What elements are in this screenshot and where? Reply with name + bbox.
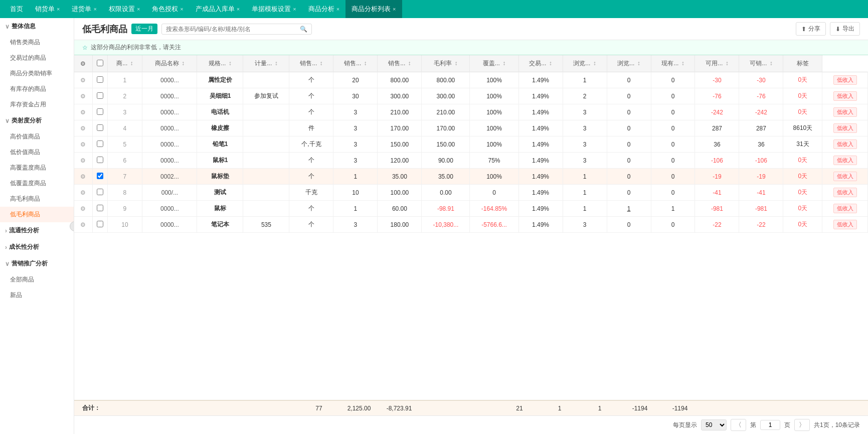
cell-checkbox[interactable] (92, 88, 107, 104)
cell-trade: 3 (563, 153, 607, 169)
cell-current-stock: 36 (695, 136, 739, 153)
col-settings[interactable]: ⚙ (74, 55, 92, 72)
search-icon[interactable]: 🔍 (300, 26, 307, 33)
time-tag-btn[interactable]: 近一月 (131, 24, 157, 34)
nav-purchase[interactable]: 进货单 × (66, 0, 102, 18)
nav-close-permissions[interactable]: × (137, 6, 140, 12)
nav-close-roles[interactable]: × (180, 6, 183, 12)
row-checkbox[interactable] (97, 205, 103, 211)
cell-code: 0002... (142, 169, 197, 185)
export-button[interactable]: ⬇ 导出 (830, 22, 860, 36)
cell-settings: ⚙ (74, 217, 92, 233)
cell-checkbox[interactable] (92, 120, 107, 136)
row-checkbox[interactable] (97, 124, 103, 131)
sidebar-group-growth[interactable]: › 成长性分析 (0, 239, 74, 255)
cell-sales-price: 60.00 (378, 201, 422, 217)
nav-close-products[interactable]: × (237, 6, 240, 12)
row-checkbox[interactable] (97, 92, 103, 99)
cell-checkbox[interactable] (92, 201, 107, 217)
table-wrapper: ⚙ 商... ↕ 商品名称 ↕ 规格... ↕ 计量... ↕ 销售... ↕ … (74, 55, 868, 400)
nav-close-sales[interactable]: × (57, 6, 60, 12)
nav-products[interactable]: 产成品入库单 × (190, 0, 246, 18)
cell-saleable: 0天 (783, 88, 822, 104)
row-checkbox[interactable] (97, 157, 103, 163)
row-settings-icon[interactable]: ⚙ (80, 77, 86, 84)
sidebar-item-stock-capital[interactable]: 库存资金占用 (0, 97, 74, 112)
cell-checkbox[interactable] (92, 169, 107, 185)
row-checkbox[interactable] (97, 108, 103, 115)
sidebar-item-sales-products[interactable]: 销售类商品 (0, 35, 74, 50)
sidebar-item-all-products[interactable]: 全部商品 (0, 272, 74, 287)
sidebar-group-overall[interactable]: ∨ 整体信息 (0, 18, 74, 35)
cell-checkbox[interactable] (92, 217, 107, 233)
row-checkbox[interactable] (97, 189, 103, 195)
cell-spec: 535 (243, 217, 289, 233)
sidebar-item-category-rate[interactable]: 商品分类助销率 (0, 66, 74, 81)
total-records: 共1页，10条记录 (814, 421, 860, 429)
nav-analysis-list[interactable]: 商品分析列表 × (345, 0, 402, 18)
row-checkbox[interactable] (97, 173, 103, 179)
cell-checkbox[interactable] (92, 104, 107, 120)
page-size-select[interactable]: 50 100 200 (701, 419, 727, 430)
sidebar-item-high-margin[interactable]: 高毛利商品 (0, 191, 74, 207)
row-settings-icon[interactable]: ⚙ (80, 141, 86, 148)
row-settings-icon[interactable]: ⚙ (80, 157, 86, 164)
cell-code: 0000... (142, 153, 197, 169)
nav-sales[interactable]: 销货单 × (29, 0, 66, 18)
row-checkbox[interactable] (97, 221, 103, 227)
browse1-link[interactable]: 1 (627, 205, 631, 212)
footer-saleable (700, 405, 740, 412)
nav-close-analysis-list[interactable]: × (393, 6, 396, 12)
nav-home[interactable]: 首页 (4, 0, 29, 18)
cell-saleable: 0天 (783, 217, 822, 233)
select-all-checkbox[interactable] (97, 60, 103, 66)
row-settings-icon[interactable]: ⚙ (80, 125, 86, 132)
sidebar-item-new-products[interactable]: 新品 (0, 287, 74, 303)
sidebar-item-traded-products[interactable]: 交易过的商品 (0, 50, 74, 66)
cell-browse1: 0 (607, 169, 651, 185)
col-checkbox[interactable] (92, 55, 107, 72)
share-button[interactable]: ⬆ 分享 (796, 22, 826, 36)
row-settings-icon[interactable]: ⚙ (80, 221, 86, 228)
table-row: ⚙ 1 0000... 属性定价 个 20 800.00 800.00 100%… (74, 72, 868, 88)
row-settings-icon[interactable]: ⚙ (80, 189, 86, 196)
sidebar-item-high-value[interactable]: 高价值商品 (0, 129, 74, 144)
cell-checkbox[interactable] (92, 136, 107, 153)
nav-close-template[interactable]: × (293, 6, 296, 12)
arrow-growth: › (5, 244, 7, 251)
nav-close-analysis[interactable]: × (336, 6, 339, 12)
nav-roles[interactable]: 角色授权 × (146, 0, 189, 18)
sidebar-group-category-analysis[interactable]: ∨ 类射度分析 (0, 112, 74, 129)
row-settings-icon[interactable]: ⚙ (80, 205, 86, 212)
footer-browse1: 1 (540, 405, 580, 412)
row-settings-icon[interactable]: ⚙ (80, 109, 86, 116)
browse1-val: 0 (627, 221, 631, 228)
sidebar-item-low-coverage[interactable]: 低覆盖度商品 (0, 176, 74, 191)
sidebar-group-marketing[interactable]: ∨ 营销推广分析 (0, 255, 74, 272)
sidebar-item-high-coverage[interactable]: 高覆盖度商品 (0, 160, 74, 176)
sidebar-item-low-value[interactable]: 低价值商品 (0, 144, 74, 160)
row-checkbox[interactable] (97, 140, 103, 147)
cell-checkbox[interactable] (92, 185, 107, 201)
footer-current-stock: -1194 (620, 405, 660, 412)
sidebar-group-flow[interactable]: › 流通性分析 (0, 222, 74, 239)
page-number-input[interactable] (760, 420, 780, 430)
prev-page-btn[interactable]: 〈 (731, 419, 746, 431)
nav-permissions[interactable]: 权限设置 × (103, 0, 146, 18)
sidebar-item-low-margin[interactable]: 低毛利商品 (0, 207, 74, 222)
next-page-btn[interactable]: 〉 (794, 419, 810, 431)
nav-close-purchase[interactable]: × (93, 6, 96, 12)
cell-checkbox[interactable] (92, 72, 107, 88)
cell-checkbox[interactable] (92, 153, 107, 169)
row-settings-icon[interactable]: ⚙ (80, 173, 86, 180)
footer-tag (740, 405, 780, 412)
search-box: 🔍 (161, 24, 312, 35)
nav-analysis[interactable]: 商品分析 × (302, 0, 345, 18)
row-checkbox[interactable] (97, 76, 103, 83)
nav-template[interactable]: 单据模板设置 × (246, 0, 302, 18)
row-settings-icon[interactable]: ⚙ (80, 93, 86, 100)
sidebar-item-in-stock[interactable]: 有库存的商品 (0, 81, 74, 97)
search-input[interactable] (166, 26, 298, 33)
cell-browse1: 0 (607, 104, 651, 120)
footer-browse2: 1 (580, 405, 620, 412)
